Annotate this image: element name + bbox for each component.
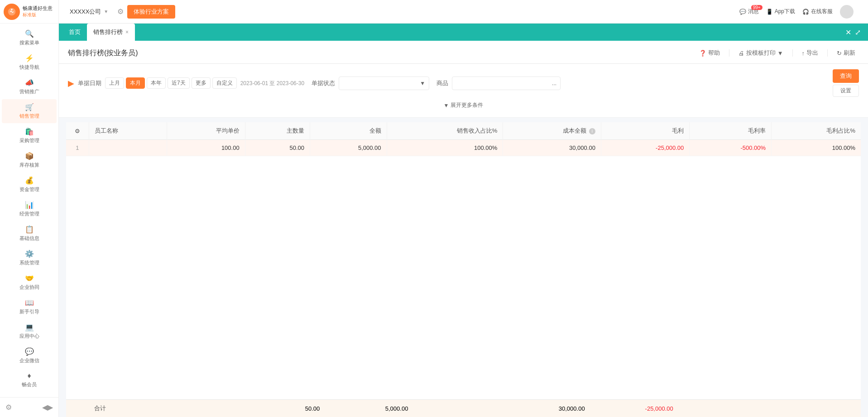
sidebar-item-quicknav[interactable]: ⚡ 快捷导航 <box>2 50 57 74</box>
operations-icon: 📊 <box>25 201 34 209</box>
export-button[interactable]: ↑ 导出 <box>798 47 822 59</box>
inventory-icon: 📦 <box>25 152 34 160</box>
sidebar-item-search[interactable]: 🔍 搜索菜单 <box>2 26 57 50</box>
goods-filter-label: 商品 <box>436 79 448 87</box>
company-name: XXXXX公司 <box>70 8 101 16</box>
sidebar-item-label: 快捷导航 <box>19 64 39 71</box>
app-download-icon: 📱 <box>766 9 773 15</box>
col-settings[interactable]: ⚙ <box>66 122 89 140</box>
sidebar-item-member[interactable]: ♦ 畅会员 <box>2 368 57 392</box>
date-btn-this-month[interactable]: 本月 <box>126 77 145 89</box>
header-right: 💬 消息 99+ 📱 App下载 🎧 在线客服 <box>739 5 861 19</box>
tab-sales-ranking[interactable]: 销售排行榜 × <box>87 24 135 41</box>
sidebar-item-operations[interactable]: 📊 经营管理 <box>2 197 57 221</box>
sales-icon: 🛒 <box>25 103 34 111</box>
print-button[interactable]: 🖨 按模板打印 ▼ <box>735 47 787 59</box>
basic-icon: 📋 <box>25 225 34 234</box>
tab-restore-icon[interactable]: ⤢ <box>855 28 861 37</box>
table-area: ⚙ 员工名称 平均单价 主数量 全额 <box>66 122 861 399</box>
top-header: XXXXX公司 ▼ ⚙ 体验行业方案 💬 消息 99+ 📱 App下载 🎧 在线… <box>59 0 868 24</box>
apps-icon: 💻 <box>25 323 34 331</box>
date-btn-this-year[interactable]: 本年 <box>147 77 166 89</box>
collapse-icon[interactable]: ◀▶ <box>42 403 53 412</box>
help-icon: ❓ <box>699 50 706 57</box>
tab-home[interactable]: 首页 <box>62 24 87 41</box>
expand-label: 展开更多条件 <box>451 101 483 109</box>
sidebar-item-label: 采购管理 <box>19 137 39 144</box>
svg-point-1 <box>11 9 12 10</box>
search-icon: 🔍 <box>25 29 34 38</box>
sidebar-item-apps[interactable]: 💻 应用中心 <box>2 319 57 343</box>
cell-total: 5,000.00 <box>310 140 387 156</box>
col-profit-rate: 毛利率 <box>690 122 772 140</box>
avatar[interactable] <box>840 5 854 19</box>
sidebar-item-wechat[interactable]: 💬 企业微信 <box>2 344 57 368</box>
tab-bar-actions: ✕ ⤢ <box>845 28 864 37</box>
experience-button[interactable]: 体验行业方案 <box>127 5 175 19</box>
refresh-button[interactable]: ↻ 刷新 <box>833 47 859 59</box>
goods-select-more: ... <box>552 80 556 86</box>
logo-text: 畅康通好生意 标准版 <box>23 5 53 18</box>
footer-qty: 50.00 <box>237 405 325 412</box>
goods-select[interactable]: ... <box>452 77 561 90</box>
sidebar-item-finance[interactable]: 💰 资金管理 <box>2 173 57 197</box>
expand-more-button[interactable]: ▼ 展开更多条件 <box>436 99 491 112</box>
help-button[interactable]: ❓ 帮助 <box>695 47 724 59</box>
sidebar-nav: 🔍 搜索菜单 ⚡ 快捷导航 📣 营销推广 🛒 销售管理 🛍️ 采购管理 📦 库存… <box>0 24 58 397</box>
status-filter: 单据状态 ▼ <box>312 77 429 90</box>
sidebar-item-label: 新手引导 <box>19 308 39 315</box>
company-settings-icon[interactable]: ⚙ <box>117 7 124 16</box>
logo: 畅康通好生意 标准版 <box>0 0 58 24</box>
message-item[interactable]: 💬 消息 99+ <box>739 8 759 15</box>
col-profit-pct: 毛利占比% <box>772 122 861 140</box>
company-selector[interactable]: XXXXX公司 ▼ <box>66 6 112 18</box>
cell-name <box>89 140 167 156</box>
tab-close-icon[interactable]: × <box>125 29 129 35</box>
date-btn-more[interactable]: 更多 <box>192 77 211 89</box>
refresh-icon: ↻ <box>837 50 842 57</box>
sidebar-item-label: 库存核算 <box>19 162 39 168</box>
sidebar-item-label: 企业微信 <box>19 357 39 364</box>
filter-action-area: 查询 设置 <box>833 69 859 97</box>
settings-gear-icon[interactable]: ⚙ <box>5 403 12 412</box>
sidebar-item-marketing[interactable]: 📣 营销推广 <box>2 75 57 99</box>
main-area: XXXXX公司 ▼ ⚙ 体验行业方案 💬 消息 99+ 📱 App下载 🎧 在线… <box>59 0 868 417</box>
cost-info-icon[interactable]: i <box>589 128 595 134</box>
wechat-icon: 💬 <box>25 347 34 356</box>
date-filter: ▶ 单据日期 上月 本月 本年 近7天 更多 自定义 2023-06-01 至 … <box>68 77 304 89</box>
status-select-arrow: ▼ <box>420 80 425 86</box>
sidebar-item-purchase[interactable]: 🛍️ 采购管理 <box>2 124 57 148</box>
company-dropdown-arrow: ▼ <box>104 9 108 14</box>
sidebar-item-label: 畅会员 <box>22 381 37 388</box>
sidebar-item-basic[interactable]: 📋 基础信息 <box>2 221 57 245</box>
quicknav-icon: ⚡ <box>25 54 34 62</box>
date-btn-custom[interactable]: 自定义 <box>212 77 237 89</box>
sidebar-item-system[interactable]: ⚙️ 系统管理 <box>2 246 57 270</box>
filter-toggle-icon[interactable]: ▶ <box>68 78 74 88</box>
sidebar: 畅康通好生意 标准版 🔍 搜索菜单 ⚡ 快捷导航 📣 营销推广 🛒 销售管理 🛍… <box>0 0 59 417</box>
sidebar-item-label: 营销推广 <box>19 88 39 95</box>
date-btn-7days[interactable]: 近7天 <box>168 77 190 89</box>
sidebar-item-guide[interactable]: 📖 新手引导 <box>2 295 57 319</box>
message-icon: 💬 <box>739 9 746 15</box>
sidebar-item-sales[interactable]: 🛒 销售管理 <box>2 99 57 123</box>
tab-close-all-icon[interactable]: ✕ <box>845 28 851 37</box>
col-cost: 成本全额 i <box>503 122 601 140</box>
query-button[interactable]: 查询 <box>833 69 859 83</box>
sales-ranking-tab-label: 销售排行榜 <box>93 28 123 36</box>
col-sales-pct: 销售收入占比% <box>387 122 503 140</box>
filter-row: ▶ 单据日期 上月 本月 本年 近7天 更多 自定义 2023-06-01 至 … <box>68 69 859 97</box>
divider2 <box>792 49 793 57</box>
app-download-item[interactable]: 📱 App下载 <box>766 8 795 15</box>
sidebar-item-inventory[interactable]: 📦 库存核算 <box>2 148 57 172</box>
col-avg-price: 平均单价 <box>167 122 245 140</box>
online-service-item[interactable]: 🎧 在线客服 <box>802 8 833 15</box>
page-title: 销售排行榜(按业务员) <box>68 48 138 58</box>
app-download-label: App下载 <box>775 8 795 15</box>
status-select[interactable]: ▼ <box>339 77 429 90</box>
setting-button[interactable]: 设置 <box>833 85 859 97</box>
page-content: 销售排行榜(按业务员) ❓ 帮助 🖨 按模板打印 ▼ ↑ <box>59 41 868 417</box>
marketing-icon: 📣 <box>25 78 34 87</box>
date-btn-last-month[interactable]: 上月 <box>105 77 124 89</box>
sidebar-item-collab[interactable]: 🤝 企业协同 <box>2 270 57 294</box>
